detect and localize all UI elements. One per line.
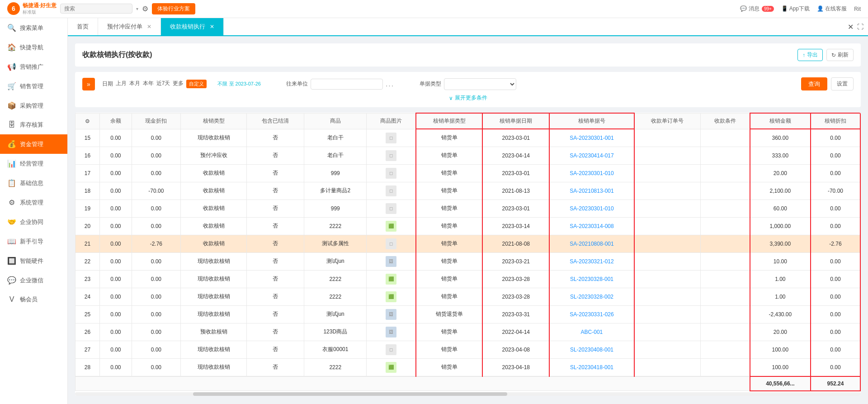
sidebar-item-smart[interactable]: 🔲 智能硬件 [0, 251, 67, 271]
industry-button[interactable]: 体验行业方案 [152, 3, 195, 14]
cell-doc-no[interactable]: SL-20230328-002 [549, 288, 634, 305]
cell-balance: 0.00 [99, 164, 132, 182]
sidebar-item-purchase[interactable]: 📦 采购管理 [0, 96, 67, 115]
cell-cancel-type: 收款核销 [181, 164, 247, 182]
table-row: 17 0.00 0.00 收款核销 否 999 ◻ 销货单 2023-03-01… [75, 164, 861, 182]
cell-doc-no[interactable]: SA-20230414-017 [549, 147, 634, 164]
gear-button[interactable]: ⚙ [142, 5, 148, 13]
cell-cash-discount: 0.00 [132, 358, 180, 376]
cell-include-cleared: 否 [247, 129, 304, 147]
table-scrollbar-thumb[interactable] [193, 392, 507, 396]
filter-expand-arrow[interactable]: » [82, 78, 95, 90]
sidebar-item-finance[interactable]: 💰 资金管理 [0, 134, 67, 154]
sidebar-item-quick-nav[interactable]: 🏠 快捷导航 [0, 38, 67, 57]
cell-doc-no[interactable]: SL-20230328-001 [549, 270, 634, 288]
tab-receipt-cancel[interactable]: 收款核销执行 ✕ [161, 18, 224, 35]
tab-bar-expand-button[interactable]: ⛶ [857, 23, 863, 30]
table-scrollbar[interactable] [75, 392, 861, 396]
sidebar-item-label: 营销推广 [20, 63, 43, 71]
tab-bar-close-button[interactable]: ✕ [848, 23, 854, 31]
filter-partner-item: 往来单位 ... [286, 79, 394, 90]
table-row: 28 0.00 0.00 现结收款核销 否 2222 🟩 销货单 2023-04… [75, 358, 861, 376]
cell-cancel-amount: 1,000.00 [750, 217, 811, 235]
cell-doc-no[interactable]: SL-20230408-001 [549, 341, 634, 358]
cell-include-cleared: 否 [247, 358, 304, 376]
sidebar-item-system[interactable]: ⚙ 系统管理 [0, 193, 67, 212]
goods-image: 🟩 [386, 221, 396, 232]
cell-doc-no[interactable]: SA-20230301-010 [549, 200, 634, 217]
th-settings[interactable]: ⚙ [75, 113, 100, 129]
sidebar-item-marketing[interactable]: 📢 营销推广 [0, 57, 67, 76]
sidebar-item-search[interactable]: 🔍 搜索菜单 [0, 18, 67, 38]
cell-doc-date: 2023-03-21 [482, 252, 549, 270]
sidebar-item-member[interactable]: V 畅会员 [0, 290, 67, 309]
th-receipt-order-no: 收款单订单号 [634, 113, 701, 129]
sidebar-item-business[interactable]: 📊 经营管理 [0, 154, 67, 173]
cell-cancel-amount: 2,100.00 [750, 182, 811, 200]
partner-input[interactable] [311, 79, 383, 90]
cell-doc-no[interactable]: SL-20230418-001 [549, 358, 634, 376]
sidebar-item-basic[interactable]: 📋 基础信息 [0, 173, 67, 193]
cell-doc-no[interactable]: SA-20230301-001 [549, 129, 634, 147]
search-input[interactable] [60, 4, 132, 14]
cell-doc-no[interactable]: SA-20230301-010 [549, 164, 634, 182]
cell-doc-no[interactable]: SA-20230314-008 [549, 217, 634, 235]
goods-image: 🟩 [386, 291, 396, 302]
sidebar-item-sales[interactable]: 🛒 销售管理 [0, 76, 67, 96]
cell-doc-no[interactable]: ABC-001 [549, 323, 634, 341]
cell-include-cleared: 否 [247, 200, 304, 217]
sidebar-item-label: 销售管理 [20, 82, 43, 90]
cell-cancel-type: 现结收款核销 [181, 288, 247, 305]
dropdown-arrow-icon[interactable]: ▾ [136, 6, 138, 11]
date-this-month[interactable]: 本月 [129, 80, 140, 88]
cell-doc-type: 销货单 [416, 235, 483, 252]
cell-cancel-amount: -2,430.00 [750, 305, 811, 323]
service-link[interactable]: 👤 在线客服 [817, 5, 847, 13]
cell-goods: 2222 [304, 358, 367, 376]
cell-cash-discount: 0.00 [132, 323, 180, 341]
settings-button[interactable]: 设置 [831, 77, 854, 90]
page-header-actions: ↑ 导出 ↻ 刷新 [797, 49, 854, 61]
refresh-button[interactable]: ↻ 刷新 [826, 49, 854, 61]
message-link[interactable]: 💬 消息 99+ [740, 5, 774, 13]
app-download-link[interactable]: 📱 App下载 [781, 5, 810, 13]
sidebar-item-wechat[interactable]: 💬 企业微信 [0, 271, 67, 290]
cell-doc-no[interactable]: SA-20230321-012 [549, 252, 634, 270]
cell-goods: 老白干 [304, 147, 367, 164]
data-table: ⚙ 余额 现金折扣 核销类型 包含已结清 商品 商品图片 核销单据类型 核销单据… [75, 113, 861, 391]
export-button[interactable]: ↑ 导出 [797, 49, 823, 61]
cell-doc-no[interactable]: SA-20210808-001 [549, 235, 634, 252]
cell-goods: 123D商品 [304, 323, 367, 341]
cell-doc-date: 2023-03-31 [482, 305, 549, 323]
date-more[interactable]: 更多 [173, 80, 184, 88]
expand-more-conditions[interactable]: ∨ 展开更多条件 [82, 94, 854, 102]
cell-include-cleared: 否 [247, 164, 304, 182]
sidebar-item-enterprise[interactable]: 🤝 企业协同 [0, 212, 67, 232]
export-icon: ↑ [802, 52, 805, 58]
sidebar-item-label: 基础信息 [20, 179, 43, 187]
cell-id: 16 [75, 147, 100, 164]
cell-balance: 0.00 [99, 217, 132, 235]
cell-doc-date: 2021-08-08 [482, 235, 549, 252]
goods-image: 🖼 [386, 309, 396, 320]
sidebar-item-guide[interactable]: 📖 新手引导 [0, 232, 67, 251]
tab-close-receipt[interactable]: ✕ [210, 24, 214, 30]
doctype-select[interactable] [444, 78, 516, 90]
partner-dots[interactable]: ... [386, 80, 394, 88]
cell-cancel-type: 现结收款核销 [181, 358, 247, 376]
tab-close-prepay[interactable]: ✕ [147, 24, 151, 30]
sidebar-item-inventory[interactable]: 🗄 库存核算 [0, 115, 67, 134]
th-payment-terms: 收款条件 [701, 113, 750, 129]
cell-doc-no[interactable]: SA-20210813-001 [549, 182, 634, 200]
tab-home[interactable]: 首页 [68, 18, 98, 35]
date-custom-button[interactable]: 自定义 [186, 80, 207, 88]
user-name: Rit [854, 6, 861, 12]
cell-payment-terms [701, 200, 750, 217]
date-this-year[interactable]: 本年 [143, 80, 154, 88]
tab-prepay[interactable]: 预付冲应付单 ✕ [98, 18, 161, 35]
date-prev-month[interactable]: 上月 [116, 80, 127, 88]
cell-goods: 测试多属性 [304, 235, 367, 252]
date-7days[interactable]: 近7天 [156, 80, 170, 88]
cell-doc-no[interactable]: SA-20230331-026 [549, 305, 634, 323]
query-button[interactable]: 查询 [801, 77, 827, 90]
